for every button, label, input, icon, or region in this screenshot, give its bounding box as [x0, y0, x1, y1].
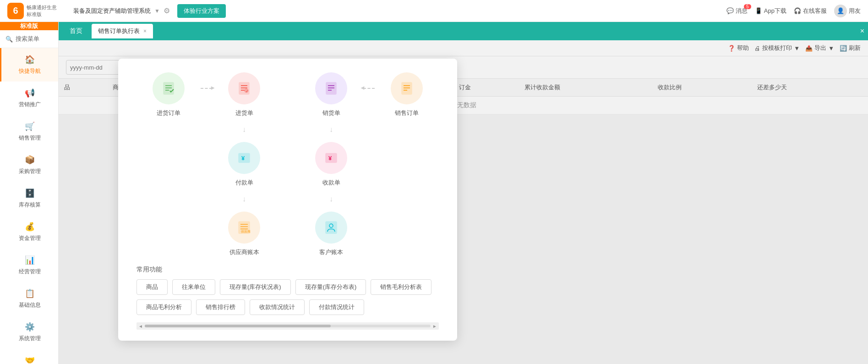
spacer-n [363, 194, 375, 204]
sidebar-item-purchase[interactable]: 📦 采购管理 [0, 148, 58, 182]
btn-counterpart[interactable]: 往来单位 [172, 279, 215, 295]
search-icon: 🔍 [5, 36, 13, 43]
spacer-m [276, 194, 299, 204]
app-download-icon: 📱 [755, 7, 762, 14]
trial-button[interactable]: 体验行业方案 [177, 4, 226, 18]
spacer-e [375, 125, 439, 135]
flow-node-supplier: 供应商 供应商账本 [212, 212, 276, 256]
online-service-label: 在线客服 [803, 7, 827, 15]
flow-row-1: 进货订单 ► [136, 72, 439, 117]
sidebar-item-label: 经营管理 [19, 268, 41, 276]
search-menu-label: 搜索菜单 [16, 35, 39, 43]
purchase-icon: 📦 [25, 155, 35, 165]
spacer-b [201, 125, 212, 135]
tab-sales-order[interactable]: 销售订单执行表 × [92, 24, 153, 38]
common-functions-section: 常用功能 商品 往来单位 现存量(库存状况表) 现存量(库存分布表) 销售毛利分… [136, 266, 439, 315]
sidebar-item-label: 库存核算 [19, 201, 41, 209]
spacer-d [363, 125, 375, 135]
flow-node-purchase-order: 进货订单 [136, 72, 201, 117]
tab-home[interactable]: 首页 [62, 22, 90, 40]
common-functions-title: 常用功能 [136, 266, 439, 274]
flow-row-2: ¥ 付款单 [136, 142, 439, 187]
sidebar-logo-text: 标准版 [20, 22, 38, 30]
message-item[interactable]: 💬 消息 5 [726, 7, 748, 15]
btn-sales-profit[interactable]: 销售毛利分析表 [371, 279, 431, 295]
scroll-right-arrow[interactable]: ► [432, 324, 437, 329]
flow-node-sales-order: 销售订单 [375, 72, 439, 117]
sidebar-item-inventory[interactable]: 🗄️ 库存核算 [0, 182, 58, 215]
sidebar-item-finance[interactable]: 💰 资金管理 [0, 215, 58, 249]
modal-overlay[interactable]: 进货订单 ► [59, 40, 868, 364]
sidebar-item-quick-nav[interactable]: 🏠 快捷导航 [0, 48, 58, 81]
flow-node-customer: 客户账本 [299, 212, 363, 256]
top-bar: 6 畅康通好生意标准版 装备及固定资产辅助管理系统 ▼ ⚙ 体验行业方案 💬 消… [0, 0, 868, 22]
sales-bill-icon [315, 72, 347, 104]
sidebar-item-label: 系统管理 [19, 335, 41, 342]
flow-node-payment: ¥ 付款单 [212, 142, 276, 187]
sidebar-item-enterprise[interactable]: 🤝 企业协同 [0, 349, 58, 364]
scroll-thumb [145, 325, 331, 327]
top-right: 💬 消息 5 📱 App下载 🎧 在线客服 👤 用友 [726, 5, 861, 17]
common-buttons: 商品 往来单位 现存量(库存状况表) 现存量(库存分布表) 销售毛利分析表 商品… [136, 279, 439, 315]
purchase-bill-label: 进货单 [235, 109, 253, 117]
flow-row-3: 供应商 供应商账本 [136, 212, 439, 256]
svg-rect-10 [326, 82, 336, 94]
sidebar-item-label: 快捷导航 [19, 67, 41, 75]
tab-bar: 首页 销售订单执行表 × × [59, 22, 868, 40]
customer-account-label: 客户账本 [319, 248, 343, 256]
arrow-1: ► [201, 88, 212, 89]
user-name: 用友 [849, 7, 861, 15]
avatar: 👤 [834, 5, 847, 17]
supplier-account-label: 供应商账本 [229, 248, 259, 256]
scroll-left-arrow[interactable]: ◄ [138, 324, 143, 329]
sys-mgmt-icon: ⚙️ [25, 322, 35, 332]
system-title: 装备及固定资产辅助管理系统 ▼ ⚙ 体验行业方案 [73, 4, 726, 18]
modal-scrollbar[interactable]: ◄ ► [136, 322, 439, 330]
user-item[interactable]: 👤 用友 [834, 5, 861, 17]
btn-stock-status[interactable]: 现存量(库存状况表) [220, 279, 291, 295]
btn-goods-profit[interactable]: 商品毛利分析 [136, 299, 191, 315]
sidebar-item-marketing[interactable]: 📢 营销推广 [0, 81, 58, 115]
settings-icon[interactable]: ⚙ [164, 6, 170, 15]
svg-rect-14 [402, 82, 412, 94]
arrow-down-sales: ↓ [299, 125, 363, 135]
tab-close-icon[interactable]: × [143, 28, 147, 34]
receipt-bill-icon: ¥ [315, 142, 347, 174]
modal: 进货订单 ► [118, 59, 457, 341]
search-menu[interactable]: 🔍 搜索菜单 [0, 30, 58, 48]
logo-area: 6 畅康通好生意标准版 [7, 3, 66, 19]
arrow-down-payment: ↓ [212, 194, 276, 204]
logo-icon: 6 [7, 3, 24, 19]
arrow-2: ◄ [363, 88, 375, 89]
spacer-l [201, 194, 212, 204]
btn-receipt-stats[interactable]: 收款情况统计 [250, 299, 305, 315]
app-download-item[interactable]: 📱 App下载 [755, 7, 786, 15]
tab-close-right-icon[interactable]: × [860, 27, 864, 35]
btn-stock-dist[interactable]: 现存量(库存分布表) [295, 279, 366, 295]
enterprise-icon: 🤝 [25, 355, 35, 364]
btn-sales-rank[interactable]: 销售排行榜 [196, 299, 245, 315]
btn-payment-stats[interactable]: 付款情况统计 [309, 299, 364, 315]
spacer-a [136, 125, 201, 135]
sales-icon: 🛒 [25, 121, 35, 131]
system-name: 装备及固定资产辅助管理系统 [73, 7, 151, 15]
tab-label: 销售订单执行表 [98, 27, 140, 35]
arrow-down-receipt: ↓ [299, 194, 363, 204]
online-service-item[interactable]: 🎧 在线客服 [794, 7, 827, 15]
marketing-icon: 📢 [25, 88, 35, 98]
spacer-o [375, 194, 439, 204]
payment-bill-label: 付款单 [235, 179, 253, 187]
sidebar-item-basic-info[interactable]: 📋 基础信息 [0, 282, 58, 315]
sidebar-item-sales[interactable]: 🛒 销售管理 [0, 115, 58, 148]
dropdown-icon[interactable]: ▼ [154, 8, 160, 14]
sidebar-item-sys-mgmt[interactable]: ⚙️ 系统管理 [0, 315, 58, 349]
flow-node-receipt: ¥ 收款单 [299, 142, 363, 187]
sidebar-item-operations[interactable]: 📊 经营管理 [0, 249, 58, 282]
home-icon: 🏠 [25, 54, 35, 65]
btn-goods[interactable]: 商品 [136, 279, 168, 295]
sidebar-item-label: 资金管理 [19, 234, 41, 242]
message-icon: 💬 [726, 7, 734, 14]
svg-text:✓: ✓ [246, 89, 249, 93]
inventory-icon: 🗄️ [25, 188, 35, 198]
arrow-row-1: ↓ ↓ [136, 125, 439, 135]
